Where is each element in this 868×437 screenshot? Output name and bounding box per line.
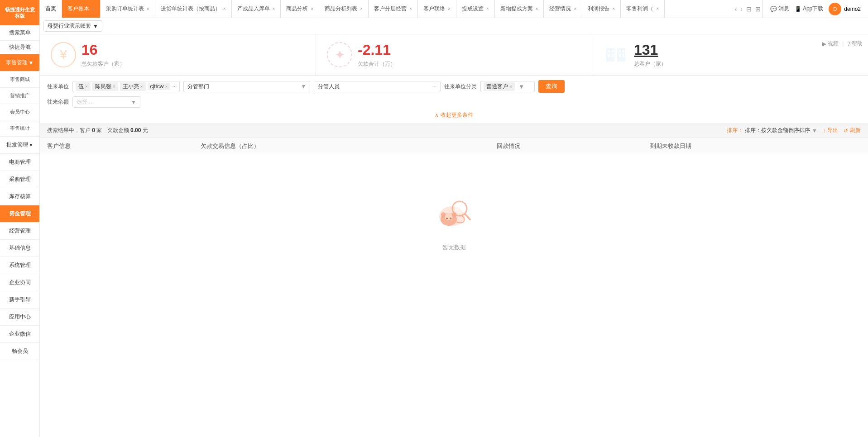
sidebar-item-search[interactable]: 搜索菜单: [0, 25, 39, 41]
tab-retail-profit[interactable]: 零售利润（ ×: [621, 0, 665, 18]
refresh-button[interactable]: ↺ 刷新: [844, 127, 861, 134]
query-button[interactable]: 查询: [538, 80, 565, 93]
customer-count: 0: [92, 127, 95, 133]
tab-minimize-btn[interactable]: ⊟: [744, 5, 753, 13]
svg-point-15: [445, 213, 453, 220]
sidebar-item-vip[interactable]: 畅会员: [0, 343, 39, 360]
tab-profit-report[interactable]: 利润报告 ×: [582, 0, 621, 18]
sidebar-item-retail[interactable]: 零售管理 ▼: [0, 54, 39, 71]
customer-unit: 家: [96, 127, 102, 133]
topbar-tabs: 首页 客户账本 × 采购订单统计表 × 进货单统计表（按商品） × 产成品入库单…: [40, 0, 733, 18]
tab-operations-info[interactable]: 经营情况 ×: [544, 0, 582, 18]
person-more-icon: ···: [432, 83, 436, 90]
sidebar-item-marketing[interactable]: 营销推广: [0, 88, 39, 104]
tab-goods-analysis-close[interactable]: ×: [311, 6, 313, 11]
sidebar-item-member[interactable]: 会员中心: [0, 104, 39, 120]
unit-filter-tags[interactable]: 伍 × 陈民强 × 王小亮 × cjttcw × ···: [72, 81, 180, 92]
tag-wangxiaoliang-close[interactable]: ×: [140, 84, 143, 89]
tab-retail-profit-close[interactable]: ×: [656, 6, 659, 11]
tab-goods-analysis[interactable]: 商品分析 ×: [281, 0, 319, 18]
person-filter-dropdown[interactable]: 分管人员 ···: [314, 81, 441, 92]
sidebar-item-inventory[interactable]: 库存核算: [0, 188, 39, 205]
tag-normal-customer-close[interactable]: ×: [509, 84, 512, 89]
tab-new-plan-close[interactable]: ×: [536, 6, 538, 11]
svg-point-16: [441, 212, 446, 218]
tab-purchase-order[interactable]: 采购订单统计表 ×: [101, 0, 155, 18]
sidebar-item-retail-stat[interactable]: 零售统计: [0, 120, 39, 137]
tab-raise-settings-close[interactable]: ×: [486, 6, 489, 11]
account-dropdown[interactable]: 母婴行业演示账套 ▼: [43, 20, 102, 32]
collapse-button[interactable]: ∧ 收起更多条件: [435, 111, 473, 119]
sidebar-item-system[interactable]: 系统管理: [0, 257, 39, 274]
sort-button[interactable]: 排序： 排序：按欠款金额倒序排序 ▼: [727, 127, 817, 134]
tag-wu-close[interactable]: ×: [85, 84, 88, 89]
tab-customer-account[interactable]: 客户账本 ×: [62, 0, 101, 18]
col-customer: 客户信息: [40, 138, 193, 155]
stat-all-customers: 131 总客户（家） ▶ 视频 | ? 帮助: [592, 34, 868, 75]
sidebar-item-operations[interactable]: 经营管理: [0, 223, 39, 240]
person-label: 分管人员: [318, 83, 340, 90]
tab-customer-contact[interactable]: 客户联络 ×: [418, 0, 456, 18]
tab-new-plan[interactable]: 新增提成方案 ×: [495, 0, 544, 18]
tab-profit-report-close[interactable]: ×: [612, 6, 615, 11]
video-btn[interactable]: ▶ 视频: [822, 40, 839, 48]
more-tags-btn[interactable]: ···: [172, 83, 177, 90]
tab-customer-contact-close[interactable]: ×: [448, 6, 451, 11]
sidebar-item-newbie[interactable]: 新手引导: [0, 291, 39, 309]
tab-raise-settings[interactable]: 提成设置 ×: [456, 0, 495, 18]
tab-product-in[interactable]: 产成品入库单 ×: [232, 0, 281, 18]
tab-customer-account-close[interactable]: ×: [92, 6, 95, 11]
unit-class-filter-tags[interactable]: 普通客户 × ▼: [480, 81, 535, 92]
tab-goods-list-close[interactable]: ×: [360, 6, 363, 11]
help-btn[interactable]: ? 帮助: [847, 40, 863, 48]
stat1-value: 16: [82, 42, 125, 58]
tag-cjttcw-close[interactable]: ×: [165, 84, 168, 89]
tab-goods-list[interactable]: 商品分析列表 ×: [319, 0, 369, 18]
sidebar-item-ecommerce[interactable]: 电商管理: [0, 154, 39, 171]
sidebar-item-quicknav[interactable]: 快捷导航: [0, 41, 39, 54]
tab-maximize-btn[interactable]: ⊞: [753, 5, 762, 13]
tab-customer-layer-close[interactable]: ×: [409, 6, 412, 11]
tab-customer-layer[interactable]: 客户分层经营 ×: [369, 0, 418, 18]
svg-point-19: [450, 218, 451, 219]
sidebar-item-wholesale[interactable]: 批发管理 ▼: [0, 137, 39, 154]
results-info: 搜索结果中，客户 0 家 欠款金额 0.00 元: [47, 127, 148, 134]
sort-chevron-icon: ▼: [812, 128, 817, 134]
main-content: 首页 客户账本 × 采购订单统计表 × 进货单统计表（按商品） × 产成品入库单…: [40, 0, 868, 437]
search-prefix: 搜索结果中，客户: [47, 127, 91, 133]
tab-prev-arrow[interactable]: ‹: [733, 5, 739, 13]
stat3-label: 总客户（家）: [634, 60, 667, 68]
export-button[interactable]: ↑ 导出: [823, 127, 838, 134]
dept-filter-dropdown[interactable]: 分管部门 ▼: [183, 81, 310, 92]
sidebar-item-finance[interactable]: 资金管理: [0, 205, 39, 223]
sidebar-logo-text: 畅捷通好生意 标版: [5, 6, 35, 19]
unit-class-label: 往来单位分类: [444, 83, 477, 90]
sidebar-item-retail-shop[interactable]: 零售商城: [0, 71, 39, 88]
tab-home[interactable]: 首页: [40, 0, 62, 18]
data-table: 客户信息 欠款交易信息（占比） 回款情况 到期未收款日期: [40, 138, 868, 155]
tab-product-in-close[interactable]: ×: [273, 6, 275, 11]
stat-total-debt: ✦ -2.11 欠款合计（万）: [316, 34, 592, 75]
table-header-row: 客户信息 欠款交易信息（占比） 回款情况 到期未收款日期: [40, 138, 868, 155]
user-avatar: D: [829, 3, 841, 15]
video-icon: ▶: [822, 41, 826, 47]
sidebar-item-enterprise[interactable]: 企业协同: [0, 274, 39, 291]
app-download-btn[interactable]: 📱 App下载: [795, 5, 823, 13]
message-btn[interactable]: 💬 消息: [770, 5, 789, 13]
tag-chenminqiang-close[interactable]: ×: [113, 84, 115, 89]
sidebar-item-purchase[interactable]: 采购管理: [0, 171, 39, 188]
sidebar-item-wechat[interactable]: 企业微信: [0, 326, 39, 343]
tab-purchase-order-close[interactable]: ×: [147, 6, 149, 11]
svg-line-12: [465, 214, 470, 219]
sidebar-item-basic[interactable]: 基础信息: [0, 240, 39, 257]
tab-incoming-stat-close[interactable]: ×: [223, 6, 226, 11]
sidebar-item-appstore[interactable]: 应用中心: [0, 309, 39, 326]
stat2-label: 欠款合计（万）: [358, 60, 396, 68]
user-profile-btn[interactable]: D demo2: [829, 3, 861, 15]
balance-filter-dropdown[interactable]: 选择... ▼: [72, 96, 140, 108]
tab-operations-info-close[interactable]: ×: [574, 6, 576, 11]
tab-incoming-stat[interactable]: 进货单统计表（按商品） ×: [155, 0, 232, 18]
video-help-bar: ▶ 视频 | ? 帮助: [822, 40, 863, 48]
tab-next-arrow[interactable]: ›: [739, 5, 744, 13]
svg-rect-5: [612, 54, 614, 57]
